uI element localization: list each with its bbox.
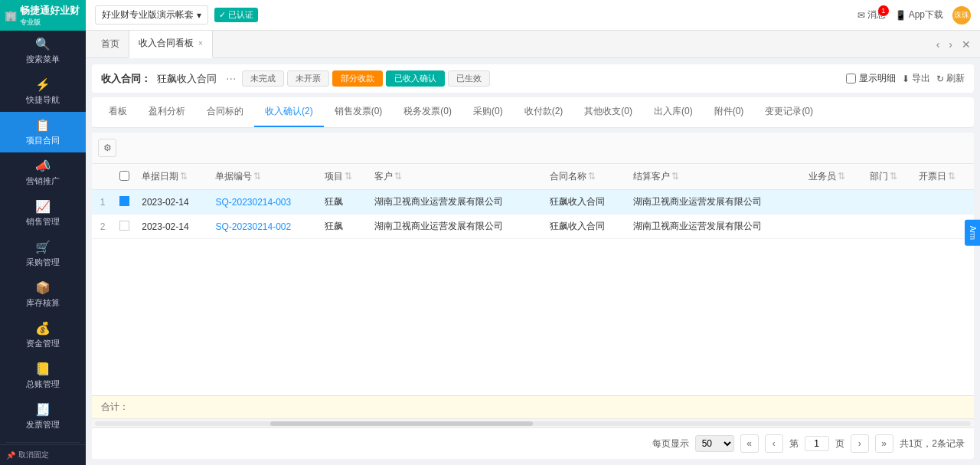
status-btn-2[interactable]: 部分收款 bbox=[332, 70, 383, 87]
user-action[interactable]: 珠珠 bbox=[952, 6, 971, 25]
page-label-pre: 第 bbox=[789, 437, 799, 450]
status-btn-0[interactable]: 未完成 bbox=[242, 70, 284, 87]
sidebar-item-purchase[interactable]: 🛒采购管理 bbox=[0, 234, 86, 274]
row-billno-1: SQ-20230214-002 bbox=[209, 214, 318, 239]
sort-icon-4: ⇅ bbox=[345, 171, 352, 182]
sidebar-item-general[interactable]: 📒总账管理 bbox=[0, 355, 86, 396]
table-row[interactable]: 1 2023-02-14 SQ-20230214-003 狂飙 湖南卫视商业运营… bbox=[92, 190, 974, 214]
app-download-action[interactable]: 📱 App下载 bbox=[895, 8, 943, 21]
col-header-7[interactable]: 结算客户⇅ bbox=[627, 164, 802, 190]
sidebar-bottom[interactable]: 📌 取消固定 bbox=[0, 444, 86, 465]
scroll-table[interactable]: 单据日期⇅单据编号⇅项目⇅客户⇅合同名称⇅结算客户⇅业务员⇅部门⇅开票日⇅ 1 … bbox=[92, 164, 974, 395]
content: 收入合同： 狂飙收入合同 ··· 未完成未开票部分收款已收入确认已生效 显示明细… bbox=[86, 58, 980, 465]
next-page-btn[interactable]: › bbox=[851, 434, 869, 453]
sidebar-icon-search: 🔍 bbox=[35, 37, 51, 51]
status-btn-4[interactable]: 已生效 bbox=[448, 70, 490, 87]
tab-item-0[interactable]: 看板 bbox=[98, 97, 138, 127]
first-page-btn[interactable]: « bbox=[740, 434, 759, 453]
refresh-action[interactable]: ↻ 刷新 bbox=[936, 72, 965, 85]
status-btn-1[interactable]: 未开票 bbox=[287, 70, 329, 87]
row-contract-0: 狂飙收入合同 bbox=[544, 190, 627, 214]
col-header-6[interactable]: 合同名称⇅ bbox=[544, 164, 627, 190]
tabsbar: 首页 收入合同看板 × ‹ › ✕ bbox=[86, 31, 980, 58]
chevron-down-icon: ▾ bbox=[197, 10, 201, 21]
col-header-10[interactable]: 开票日⇅ bbox=[913, 164, 974, 190]
col-header-2[interactable]: 单据日期⇅ bbox=[136, 164, 209, 190]
export-label: 导出 bbox=[912, 72, 930, 85]
sidebar-item-inventory[interactable]: 📦库存核算 bbox=[0, 274, 86, 315]
prev-page-btn[interactable]: ‹ bbox=[765, 434, 783, 453]
tab-contract[interactable]: 收入合同看板 × bbox=[129, 31, 213, 58]
scrollbar-area[interactable] bbox=[92, 418, 974, 427]
tab-item-5[interactable]: 税务发票(0) bbox=[393, 97, 462, 127]
detail-checkbox-input[interactable] bbox=[846, 74, 856, 84]
tab-item-10[interactable]: 附件(0) bbox=[704, 97, 755, 127]
tab-item-9[interactable]: 出入库(0) bbox=[643, 97, 704, 127]
sidebar-icon-funds: 💰 bbox=[35, 321, 51, 336]
col-header-4[interactable]: 项目⇅ bbox=[318, 164, 368, 190]
status-btn-3[interactable]: 已收入确认 bbox=[386, 70, 445, 87]
row-checkbox-0[interactable] bbox=[113, 190, 136, 214]
company-selector[interactable]: 好业财专业版演示帐套 ▾ bbox=[95, 5, 208, 25]
sort-icon-10: ⇅ bbox=[948, 171, 956, 182]
export-action[interactable]: ⬇ 导出 bbox=[902, 72, 930, 85]
tab-close-all-icon[interactable]: ✕ bbox=[959, 37, 974, 52]
sidebar-item-invoice[interactable]: 🧾发票管理 bbox=[0, 396, 86, 437]
last-page-btn[interactable]: » bbox=[875, 434, 893, 453]
sidebar-item-sales[interactable]: 📈销售管理 bbox=[0, 193, 86, 234]
sidebar-item-quick[interactable]: ⚡快捷导航 bbox=[0, 71, 86, 112]
sidebar-label-search: 搜索菜单 bbox=[26, 54, 60, 65]
sidebar-item-tax[interactable]: 📊税务管理 bbox=[0, 437, 86, 440]
logo-icon: 🏢 bbox=[5, 10, 17, 21]
row-billno-link-1[interactable]: SQ-20230214-002 bbox=[215, 221, 291, 232]
col-header-9[interactable]: 部门⇅ bbox=[864, 164, 913, 190]
download-icon: 📱 bbox=[895, 10, 906, 21]
row-billno-link-0[interactable]: SQ-20230214-003 bbox=[215, 197, 291, 208]
tab-home[interactable]: 首页 bbox=[92, 31, 129, 58]
table-row[interactable]: 2 2023-02-14 SQ-20230214-002 狂飙 湖南卫视商业运营… bbox=[92, 214, 974, 239]
tab-next-icon[interactable]: › bbox=[946, 37, 956, 52]
col-header-3[interactable]: 单据编号⇅ bbox=[209, 164, 318, 190]
row-checkbox-1[interactable] bbox=[113, 214, 136, 239]
select-all-checkbox[interactable] bbox=[119, 171, 129, 181]
tab-item-3[interactable]: 收入确认(2) bbox=[254, 97, 324, 127]
sidebar-label-project: 项目合同 bbox=[26, 135, 60, 146]
contract-more-btn[interactable]: ··· bbox=[226, 72, 236, 86]
tab-item-8[interactable]: 其他收支(0) bbox=[573, 97, 643, 127]
scrollbar-thumb[interactable] bbox=[270, 421, 533, 426]
float-action[interactable]: Arm bbox=[965, 219, 980, 245]
tab-item-4[interactable]: 销售发票(0) bbox=[324, 97, 394, 127]
tab-item-2[interactable]: 合同标的 bbox=[196, 97, 254, 127]
sidebar-item-project[interactable]: 📋项目合同 bbox=[0, 112, 86, 152]
message-action[interactable]: ✉ 1 消息 bbox=[858, 8, 886, 21]
settings-btn[interactable]: ⚙ bbox=[98, 139, 116, 157]
sidebar-item-marketing[interactable]: 📣营销推广 bbox=[0, 152, 86, 193]
tab-item-11[interactable]: 变更记录(0) bbox=[754, 97, 824, 127]
sidebar-icon-marketing: 📣 bbox=[35, 159, 51, 173]
tab-contract-label: 收入合同看板 bbox=[139, 37, 194, 50]
col-header-5[interactable]: 客户⇅ bbox=[368, 164, 544, 190]
row-customer-1: 湖南卫视商业运营发展有限公司 bbox=[368, 214, 544, 239]
sort-icon-2: ⇅ bbox=[180, 171, 188, 182]
row-date-1: 2023-02-14 bbox=[136, 214, 209, 239]
export-icon: ⬇ bbox=[902, 74, 910, 84]
sidebar-item-search[interactable]: 🔍搜索菜单 bbox=[0, 31, 86, 71]
sidebar-item-funds[interactable]: 💰资金管理 bbox=[0, 315, 86, 355]
topbar-actions: ✉ 1 消息 📱 App下载 珠珠 bbox=[858, 6, 971, 25]
page-input[interactable] bbox=[805, 436, 829, 451]
show-detail-checkbox[interactable]: 显示明细 bbox=[846, 72, 896, 85]
tab-item-6[interactable]: 采购(0) bbox=[462, 97, 514, 127]
tab-item-7[interactable]: 收付款(2) bbox=[514, 97, 574, 127]
verified-label: 已认证 bbox=[228, 9, 253, 21]
tab-item-1[interactable]: 盈利分析 bbox=[138, 97, 196, 127]
app-logo: 🏢 畅捷通好业财 专业版 bbox=[0, 0, 86, 31]
sidebar-menu: 🔍搜索菜单⚡快捷导航📋项目合同📣营销推广📈销售管理🛒采购管理📦库存核算💰资金管理… bbox=[0, 31, 86, 440]
per-page-label: 每页显示 bbox=[652, 437, 689, 450]
tab-close-icon[interactable]: × bbox=[198, 39, 203, 47]
per-page-select[interactable]: 2050100 bbox=[695, 435, 734, 452]
main-area: 好业财专业版演示帐套 ▾ ✓ 已认证 ✉ 1 消息 📱 App下载 珠珠 bbox=[86, 0, 980, 465]
tab-prev-icon[interactable]: ‹ bbox=[933, 37, 943, 52]
col-header-8[interactable]: 业务员⇅ bbox=[802, 164, 864, 190]
tab-nav: 看板盈利分析合同标的收入确认(2)销售发票(0)税务发票(0)采购(0)收付款(… bbox=[92, 97, 974, 128]
row-project-0: 狂飙 bbox=[318, 190, 368, 214]
